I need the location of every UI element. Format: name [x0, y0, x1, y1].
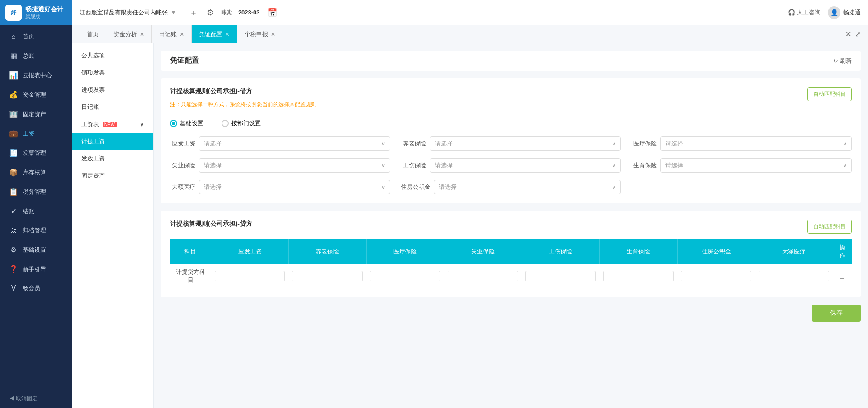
main-area: 江西服宝精品有限责任公司内账张 ▼ ＋ ⚙ 账期 2023-03 📅 🎧 人工咨…: [72, 0, 868, 408]
chevron-down-icon: ∨: [382, 141, 385, 147]
sidebar-item-invoice[interactable]: 🧾 发票管理: [0, 143, 72, 163]
chevron-down-icon: ∨: [382, 184, 385, 190]
topbar-divider-1: [182, 8, 182, 17]
yanglao-select[interactable]: 请选择 ∨: [430, 136, 621, 151]
company-selector[interactable]: 江西服宝精品有限责任公司内账张 ▼: [80, 9, 176, 17]
sidebar-item-settings[interactable]: ⚙ 基础设置: [0, 240, 72, 259]
sidebar-item-archive-label: 归档管理: [23, 226, 46, 234]
calendar-button[interactable]: 📅: [265, 6, 279, 19]
input-zhufang[interactable]: [681, 271, 751, 281]
service-button[interactable]: 🎧 人工咨询: [788, 9, 821, 17]
save-button[interactable]: 保存: [812, 305, 861, 322]
menu-purchase-invoice[interactable]: 进项发票: [72, 81, 153, 98]
sidebar-item-home-label: 首页: [23, 33, 34, 41]
tab-home[interactable]: 首页: [80, 25, 106, 43]
tab-tax-report[interactable]: 个税申报 ✕: [237, 25, 283, 43]
sidebar-item-reports-label: 云报表中心: [23, 71, 52, 80]
col-kemu: 科目: [170, 239, 211, 264]
shengyu-select[interactable]: 请选择 ∨: [660, 158, 852, 173]
shiye-placeholder: 请选择: [204, 161, 222, 169]
tab-journal-close[interactable]: ✕: [179, 31, 184, 38]
delete-icon[interactable]: 🗑: [839, 272, 846, 280]
input-yiliao[interactable]: [370, 271, 440, 281]
menu-salary-table[interactable]: 工资表 NEW ∨: [72, 116, 153, 133]
inventory-icon: 📦: [9, 168, 18, 177]
zhufang-select[interactable]: 请选择 ∨: [434, 180, 621, 194]
radio-dept[interactable]: 按部门设置: [222, 119, 261, 127]
sidebar-item-tax[interactable]: 📋 税务管理: [0, 182, 72, 202]
col-zhufang: 住房公积金: [677, 239, 755, 264]
chevron-down-icon: ∨: [612, 141, 616, 147]
radio-basic-label: 基础设置: [180, 119, 203, 127]
sidebar: 好 畅捷通好会计 旗舰版 ⌂ 首页 ▦ 总账 📊 云报表中心 💰 资金管理 🏢 …: [0, 0, 72, 408]
input-yingfa[interactable]: [215, 271, 285, 281]
tab-voucher-config[interactable]: 凭证配置 ✕: [192, 25, 237, 43]
close-tab-button[interactable]: ✕: [845, 30, 851, 38]
shiye-label: 失业保险: [170, 161, 195, 169]
left-menu: 公共选项 销项发票 进项发票 日记账 工资表 NEW ∨ 计提工资: [72, 43, 154, 408]
home-icon: ⌂: [9, 33, 18, 41]
col-shiye: 失业保险: [444, 239, 522, 264]
input-shengyu[interactable]: [603, 271, 674, 281]
yingfa-select[interactable]: 请选择 ∨: [199, 136, 390, 151]
field-gongshang: 工伤保险 请选择 ∨: [401, 158, 621, 173]
settings-button[interactable]: ⚙: [205, 6, 216, 19]
tab-funds-close[interactable]: ✕: [140, 31, 144, 38]
tabbar: 首页 资金分析 ✕ 日记账 ✕ 凭证配置 ✕ 个税申报 ✕ ✕ ⤢: [72, 25, 868, 43]
refresh-button[interactable]: ↻ 刷新: [833, 57, 852, 65]
user-label: 畅捷通: [843, 9, 861, 17]
input-gongshang[interactable]: [525, 271, 596, 281]
shengyu-label: 生育保险: [632, 161, 657, 169]
menu-salary-calc[interactable]: 计提工资: [72, 133, 153, 150]
shiye-select[interactable]: 请选择 ∨: [199, 158, 390, 173]
period-label: 账期: [221, 9, 233, 17]
sidebar-item-vip[interactable]: V 畅会员: [0, 279, 72, 298]
menu-salary-calc-label: 计提工资: [81, 138, 105, 145]
user-menu[interactable]: 👤 畅捷通: [828, 6, 861, 19]
tab-tax-close[interactable]: ✕: [271, 31, 275, 38]
tab-voucher-close[interactable]: ✕: [225, 31, 230, 38]
sidebar-item-inventory[interactable]: 📦 库存核算: [0, 163, 72, 182]
sidebar-item-fixed-assets[interactable]: 🏢 固定资产: [0, 104, 72, 124]
expand-button[interactable]: ⤢: [855, 30, 861, 38]
yanglao-label: 养老保险: [401, 140, 426, 148]
add-button[interactable]: ＋: [188, 5, 199, 20]
debit-auto-match-button[interactable]: 自动匹配科目: [807, 87, 852, 101]
yiliao-select[interactable]: 请选择 ∨: [660, 136, 852, 151]
company-name: 江西服宝精品有限责任公司内账张: [80, 9, 168, 17]
input-shiye[interactable]: [448, 271, 518, 281]
dae-select[interactable]: 请选择 ∨: [199, 180, 390, 194]
input-yanglao[interactable]: [292, 271, 363, 281]
menu-journal[interactable]: 日记账: [72, 98, 153, 116]
field-shiye: 失业保险 请选择 ∨: [170, 158, 390, 173]
tab-journal[interactable]: 日记账 ✕: [152, 25, 192, 43]
unpin-button[interactable]: ◀ 取消固定: [0, 389, 72, 408]
company-dropdown-icon: ▼: [170, 9, 176, 16]
radio-basic[interactable]: 基础设置: [170, 119, 203, 127]
dae-placeholder: 请选择: [204, 183, 222, 191]
menu-sales-label: 销项发票: [81, 69, 105, 76]
sidebar-item-guide[interactable]: ❓ 新手引导: [0, 259, 72, 279]
sidebar-item-salary[interactable]: 💼 工资: [0, 124, 72, 143]
menu-fixed-assets[interactable]: 固定资产: [72, 167, 153, 184]
funds-icon: 💰: [9, 90, 18, 99]
sidebar-item-general-ledger[interactable]: ▦ 总账: [0, 46, 72, 66]
avatar: 👤: [828, 6, 840, 19]
salary-icon: 💼: [9, 129, 18, 138]
credit-auto-match-button[interactable]: 自动匹配科目: [807, 220, 852, 234]
sidebar-item-guide-label: 新手引导: [23, 265, 46, 273]
menu-public[interactable]: 公共选项: [72, 47, 153, 64]
input-dae[interactable]: [759, 271, 829, 281]
sidebar-item-funds[interactable]: 💰 资金管理: [0, 85, 72, 104]
sidebar-item-checkout[interactable]: ✓ 结账: [0, 202, 72, 221]
menu-sales-invoice[interactable]: 销项发票: [72, 64, 153, 81]
sidebar-item-archive[interactable]: 🗂 归档管理: [0, 221, 72, 240]
menu-salary-pay[interactable]: 发放工资: [72, 150, 153, 167]
gongshang-select[interactable]: 请选择 ∨: [430, 158, 621, 173]
cell-yanglao: [288, 264, 366, 288]
radio-group: 基础设置 按部门设置: [170, 119, 852, 127]
sidebar-item-home[interactable]: ⌂ 首页: [0, 27, 72, 46]
tab-funds[interactable]: 资金分析 ✕: [106, 25, 152, 43]
sidebar-item-reports[interactable]: 📊 云报表中心: [0, 66, 72, 85]
cell-zhufang: [677, 264, 755, 288]
